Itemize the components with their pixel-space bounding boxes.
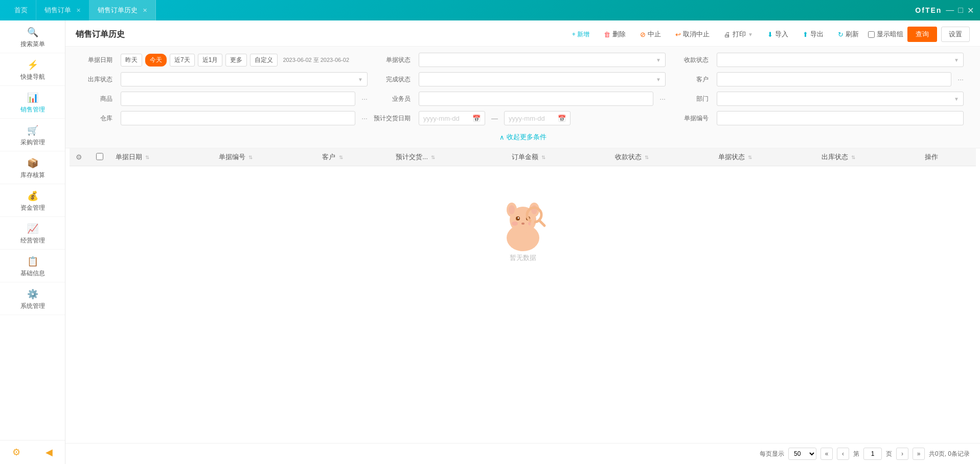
select-all-checkbox[interactable]: [96, 153, 103, 160]
date-btn-today[interactable]: 今天: [145, 54, 167, 67]
print-button[interactable]: 🖨 打印 ▼: [719, 28, 758, 41]
sidebar-item-search-menu[interactable]: 🔍 搜索菜单: [0, 20, 65, 53]
voucher-status-select[interactable]: ▼: [419, 53, 666, 67]
calendar-icon-to[interactable]: 📅: [558, 115, 566, 122]
print-icon: 🖨: [724, 31, 731, 38]
out-status-select[interactable]: ▼: [121, 72, 368, 86]
per-page-select[interactable]: 10 20 50 100: [788, 448, 816, 460]
date-to-placeholder: yyyy-mm-dd: [509, 115, 545, 122]
sidebar-item-inventory-check-label: 库存核算: [20, 171, 45, 180]
complete-status-select[interactable]: ▼: [419, 72, 666, 86]
voucher-status-arrow: ▼: [656, 57, 661, 63]
sidebar-item-basic-info[interactable]: 📋 基础信息: [0, 250, 65, 282]
sidebar-item-fund-mgmt[interactable]: 💰 资金管理: [0, 184, 65, 217]
sidebar-item-purchase-mgmt[interactable]: 🛒 采购管理: [0, 119, 65, 151]
expected-date-to[interactable]: yyyy-mm-dd 📅: [504, 111, 571, 125]
cancel-stop-button[interactable]: ↩ 取消中止: [670, 28, 715, 41]
calendar-icon-from[interactable]: 📅: [472, 115, 481, 122]
date-btn-custom[interactable]: 自定义: [250, 54, 278, 67]
sidebar-item-quick-nav[interactable]: ⚡ 快捷导航: [0, 53, 65, 86]
export-button[interactable]: ⬆ 导出: [797, 28, 829, 41]
th-date-label: 单据日期: [116, 153, 142, 161]
tab-sales-order-history-close[interactable]: ✕: [143, 7, 147, 14]
data-table: ⚙ 单据日期 ⇅ 单据编号 ⇅: [70, 148, 976, 166]
sort-out-status-icon[interactable]: ⇅: [851, 154, 855, 160]
th-customer-label: 客户: [322, 153, 335, 161]
refresh-button[interactable]: ↻ 刷新: [833, 28, 864, 41]
sidebar-item-system-mgmt-label: 系统管理: [20, 302, 45, 311]
main-layout: 🔍 搜索菜单 ⚡ 快捷导航 📊 销售管理 🛒 采购管理 📦 库存核算 💰 资金管…: [0, 20, 980, 464]
total-info: 共0页, 0条记录: [929, 450, 970, 458]
sort-receipt-status-icon[interactable]: ⇅: [645, 154, 649, 160]
sidebar: 🔍 搜索菜单 ⚡ 快捷导航 📊 销售管理 🛒 采购管理 📦 库存核算 💰 资金管…: [0, 20, 65, 464]
warehouse-input[interactable]: [121, 111, 355, 125]
tab-home-label: 首页: [14, 6, 28, 15]
sales-mgmt-icon: 📊: [27, 92, 38, 103]
page-num-input[interactable]: [863, 448, 882, 460]
filter-area: 单据日期 昨天 今天 近7天 近1月 更多 自定义 2023-06-02 至 2…: [65, 47, 980, 148]
department-select[interactable]: ▼: [717, 92, 964, 106]
receipt-status-select[interactable]: ▼: [717, 53, 964, 67]
date-btn-1month[interactable]: 近1月: [198, 54, 223, 67]
sort-amount-icon[interactable]: ⇅: [541, 154, 545, 160]
customer-input[interactable]: [717, 72, 951, 86]
stop-button[interactable]: ⊘ 中止: [635, 28, 666, 41]
sidebar-item-operations-mgmt[interactable]: 📈 经营管理: [0, 217, 65, 250]
product-dots[interactable]: ···: [361, 95, 368, 103]
sort-voucher-status-icon[interactable]: ⇅: [748, 154, 752, 160]
close-btn[interactable]: ✕: [967, 6, 974, 15]
delete-button[interactable]: 🗑 删除: [599, 28, 631, 41]
th-amount: 订单金额 ⇅: [506, 148, 609, 166]
receipt-status-arrow: ▼: [954, 57, 959, 63]
cancel-stop-icon: ↩: [675, 31, 681, 38]
next-page-btn[interactable]: ›: [896, 448, 908, 460]
tab-sales-order-close[interactable]: ✕: [76, 7, 81, 14]
sort-customer-icon[interactable]: ⇅: [339, 154, 343, 160]
date-btn-more[interactable]: 更多: [225, 54, 247, 67]
salesperson-label: 业务员: [374, 95, 415, 103]
prev-page-btn[interactable]: ‹: [837, 448, 849, 460]
minimize-btn[interactable]: —: [946, 6, 954, 15]
sort-expected-date-icon[interactable]: ⇅: [431, 154, 435, 160]
display-cols-toggle[interactable]: 显示暗组: [868, 30, 903, 39]
sidebar-item-inventory-check[interactable]: 📦 库存核算: [0, 151, 65, 184]
purchase-mgmt-icon: 🛒: [27, 125, 38, 136]
warehouse-dots[interactable]: ···: [361, 114, 368, 122]
filter-receipt-status-section: 收款状态 ▼: [672, 53, 970, 67]
collapse-row[interactable]: ∧ 收起更多条件: [76, 130, 970, 142]
new-button[interactable]: + 新增: [567, 28, 595, 41]
customer-dots[interactable]: ···: [958, 75, 964, 83]
sort-date-icon[interactable]: ⇅: [145, 154, 149, 160]
sidebar-settings-icon[interactable]: ⚙: [12, 447, 20, 458]
settings-button[interactable]: 设置: [941, 27, 970, 42]
last-page-btn[interactable]: »: [913, 448, 925, 460]
sidebar-item-operations-mgmt-label: 经营管理: [20, 236, 45, 245]
salesperson-dots[interactable]: ···: [659, 95, 666, 103]
date-btn-7days[interactable]: 近7天: [170, 54, 195, 67]
expected-date-from[interactable]: yyyy-mm-dd 📅: [419, 111, 485, 125]
display-cols-checkbox[interactable]: [868, 31, 875, 38]
tab-sales-order-history[interactable]: 销售订单历史 ✕: [89, 0, 156, 20]
sidebar-collapse-icon[interactable]: ◀: [45, 447, 53, 458]
first-page-btn[interactable]: «: [821, 448, 833, 460]
complete-status-label: 完成状态: [374, 75, 415, 84]
delete-icon: 🗑: [604, 31, 610, 38]
sidebar-item-sales-mgmt-label: 销售管理: [20, 105, 45, 114]
tab-home[interactable]: 首页: [6, 0, 36, 20]
salesperson-input[interactable]: [419, 92, 653, 106]
query-button[interactable]: 查询: [907, 27, 937, 42]
sort-no-icon[interactable]: ⇅: [248, 154, 253, 160]
table-settings-icon[interactable]: ⚙: [76, 153, 82, 161]
stop-icon: ⊘: [640, 31, 646, 38]
date-from-placeholder: yyyy-mm-dd: [423, 115, 460, 122]
expand-btn[interactable]: □: [958, 6, 963, 15]
voucher-no-input[interactable]: [717, 111, 964, 125]
filter-row-2: 出库状态 ▼ 完成状态 ▼ 客户 ···: [76, 72, 970, 86]
product-input[interactable]: [121, 92, 355, 106]
date-range-text: 2023-06-02 至 2023-06-02: [283, 56, 349, 64]
date-btn-yesterday[interactable]: 昨天: [121, 54, 142, 67]
tab-sales-order[interactable]: 销售订单 ✕: [36, 0, 89, 20]
sidebar-item-sales-mgmt[interactable]: 📊 销售管理: [0, 86, 65, 119]
import-button[interactable]: ⬇ 导入: [762, 28, 793, 41]
sidebar-item-system-mgmt[interactable]: ⚙️ 系统管理: [0, 282, 65, 315]
